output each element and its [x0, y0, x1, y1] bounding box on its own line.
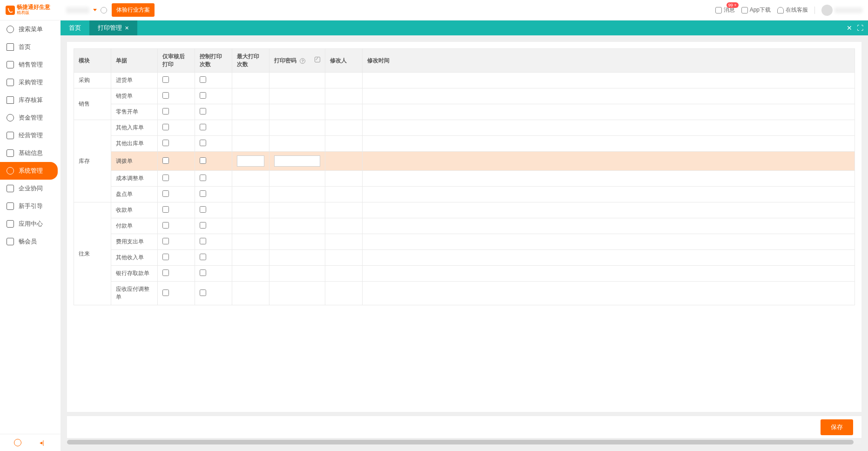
- gear-icon[interactable]: [101, 7, 107, 13]
- sidebar-item-10[interactable]: 新手引导: [0, 197, 61, 215]
- horizontal-scrollbar[interactable]: [67, 440, 861, 444]
- sidebar-item-label: 搜索菜单: [19, 25, 43, 34]
- approved-only-checkbox[interactable]: [162, 124, 169, 130]
- online-service-button[interactable]: 在线客服: [777, 6, 808, 14]
- table-row: 银行存取款单: [74, 266, 855, 282]
- control-count-checkbox[interactable]: [200, 238, 206, 244]
- cell-module: 销售: [74, 88, 111, 120]
- control-count-checkbox[interactable]: [200, 76, 206, 83]
- industry-plan-button[interactable]: 体验行业方案: [112, 3, 155, 17]
- sidebar-item-2[interactable]: 销售管理: [0, 56, 61, 74]
- footer: 保存: [67, 416, 861, 438]
- approved-only-checkbox[interactable]: [162, 175, 169, 181]
- control-count-checkbox[interactable]: [200, 254, 206, 260]
- collapse-sidebar-icon[interactable]: [40, 439, 47, 446]
- cell-control-count: [195, 202, 232, 218]
- sidebar-item-icon: [7, 114, 14, 121]
- control-count-checkbox[interactable]: [200, 206, 206, 213]
- approved-only-checkbox[interactable]: [162, 157, 169, 164]
- control-count-checkbox[interactable]: [200, 222, 206, 229]
- messages-button[interactable]: 消息 99 +: [715, 6, 735, 14]
- sidebar-item-icon: [7, 185, 14, 192]
- sidebar-item-5[interactable]: 资金管理: [0, 109, 61, 127]
- sidebar-item-3[interactable]: 采购管理: [0, 74, 61, 91]
- approved-only-checkbox[interactable]: [162, 289, 169, 296]
- logo[interactable]: 畅捷通好生意 精易版: [6, 4, 61, 16]
- cell-password: [269, 136, 325, 152]
- cell-approved-only: [158, 282, 195, 305]
- control-count-checkbox[interactable]: [200, 157, 206, 164]
- close-icon[interactable]: ✕: [125, 25, 129, 31]
- approved-only-checkbox[interactable]: [162, 222, 169, 229]
- sidebar-item-11[interactable]: 应用中心: [0, 215, 61, 233]
- table-row: 应收应付调整单: [74, 282, 855, 305]
- approved-only-checkbox[interactable]: [162, 76, 169, 83]
- cell-modify-time: [363, 282, 855, 305]
- sidebar-item-label: 经营管理: [19, 131, 43, 140]
- cell-password: [269, 104, 325, 120]
- control-count-checkbox[interactable]: [200, 140, 206, 146]
- approved-only-checkbox[interactable]: [162, 206, 169, 213]
- cell-max-count: [232, 218, 269, 234]
- sidebar-item-8[interactable]: 系统管理: [0, 162, 58, 180]
- save-button[interactable]: 保存: [821, 419, 853, 435]
- help-icon[interactable]: ?: [300, 58, 305, 64]
- scrollbar-thumb[interactable]: [67, 440, 854, 444]
- cell-control-count: [195, 136, 232, 152]
- max-count-input[interactable]: [237, 155, 264, 167]
- sidebar-item-4[interactable]: 库存核算: [0, 91, 61, 109]
- cell-password: [269, 282, 325, 305]
- cell-doc: 进货单: [111, 73, 158, 88]
- approved-only-checkbox[interactable]: [162, 254, 169, 260]
- messages-badge: 99 +: [727, 2, 739, 8]
- cell-modify-time: [363, 120, 855, 136]
- cell-password: [269, 88, 325, 104]
- tab-0[interactable]: 首页: [61, 20, 89, 35]
- tab-1[interactable]: 打印管理✕: [89, 20, 137, 35]
- cell-control-count: [195, 282, 232, 305]
- cell-control-count: [195, 266, 232, 282]
- cell-modify-time: [363, 218, 855, 234]
- cell-password: [269, 187, 325, 202]
- sidebar-item-9[interactable]: 企业协同: [0, 180, 61, 197]
- control-count-checkbox[interactable]: [200, 190, 206, 197]
- approved-only-checkbox[interactable]: [162, 269, 169, 276]
- cell-max-count: [232, 202, 269, 218]
- control-count-checkbox[interactable]: [200, 108, 206, 114]
- password-input[interactable]: [274, 155, 320, 167]
- approved-only-checkbox[interactable]: [162, 190, 169, 197]
- approved-only-checkbox[interactable]: [162, 92, 169, 99]
- sidebar-item-12[interactable]: 畅会员: [0, 233, 61, 250]
- logo-sub: 精易版: [17, 10, 50, 16]
- sidebar-item-7[interactable]: 基础信息: [0, 144, 61, 162]
- cell-password: [269, 250, 325, 266]
- close-all-tabs-icon[interactable]: ✕: [847, 24, 852, 32]
- sidebar-item-0[interactable]: 搜索菜单: [0, 20, 61, 38]
- control-count-checkbox[interactable]: [200, 175, 206, 181]
- cell-modifier: [325, 104, 363, 120]
- control-count-checkbox[interactable]: [200, 124, 206, 130]
- cell-control-count: [195, 218, 232, 234]
- control-count-checkbox[interactable]: [200, 289, 206, 296]
- approved-only-checkbox[interactable]: [162, 238, 169, 244]
- control-count-checkbox[interactable]: [200, 92, 206, 99]
- settings-icon[interactable]: [14, 439, 21, 446]
- sidebar-item-6[interactable]: 经营管理: [0, 127, 61, 144]
- cell-control-count: [195, 187, 232, 202]
- sidebar-item-1[interactable]: 首页: [0, 38, 61, 56]
- separator: [814, 7, 815, 14]
- app-download-button[interactable]: App下载: [741, 6, 771, 14]
- logo-icon: [6, 6, 15, 15]
- cell-modifier: [325, 136, 363, 152]
- user-menu[interactable]: [821, 5, 862, 16]
- tenant-selector[interactable]: [66, 7, 107, 13]
- sidebar-item-icon: [7, 79, 14, 86]
- cell-password: [269, 152, 325, 171]
- control-count-checkbox[interactable]: [200, 269, 206, 276]
- approved-only-checkbox[interactable]: [162, 108, 169, 114]
- fullscreen-icon[interactable]: ⛶: [857, 24, 863, 32]
- approved-only-checkbox[interactable]: [162, 140, 169, 146]
- sidebar-footer: [0, 434, 61, 451]
- cell-modifier: [325, 282, 363, 305]
- edit-icon[interactable]: [315, 57, 320, 62]
